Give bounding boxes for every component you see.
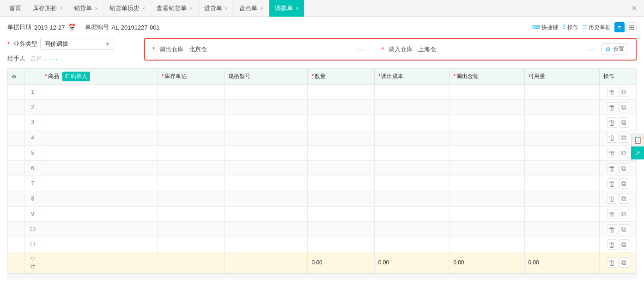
delete-subtotal[interactable]: 🗑 xyxy=(607,257,617,268)
row-qty-9[interactable] xyxy=(308,207,374,222)
row-cost-1[interactable] xyxy=(374,85,449,100)
row-unit-9[interactable] xyxy=(158,207,224,222)
row-cost-11[interactable] xyxy=(374,237,449,252)
row-cost-3[interactable] xyxy=(374,115,449,130)
row-amount-1[interactable] xyxy=(450,85,524,100)
shortcut-button[interactable]: ⌨ 快捷键 xyxy=(532,24,558,31)
business-type-select[interactable]: 同价调拨 ▼ xyxy=(40,38,114,50)
row-cost-8[interactable] xyxy=(374,191,449,207)
tab-sales-history[interactable]: 销货单历史 × xyxy=(104,0,151,17)
tab-inventory-init[interactable]: 库存期初 × xyxy=(27,0,68,17)
row-product-8[interactable] xyxy=(41,191,158,207)
tab-close-purchase[interactable]: × xyxy=(225,6,228,11)
copy-row-5[interactable]: ⧉ xyxy=(619,148,629,158)
row-qty-11[interactable] xyxy=(308,237,374,252)
copy-row-6[interactable]: ⧉ xyxy=(619,163,629,173)
delete-row-5[interactable]: 🗑 xyxy=(607,148,617,158)
row-amount-11[interactable] xyxy=(450,237,524,252)
row-spec-3[interactable] xyxy=(224,115,307,130)
tab-stocktake[interactable]: 盘点单 × xyxy=(234,0,269,17)
copy-row-2[interactable]: ⧉ xyxy=(619,102,629,112)
tab-close-transfer[interactable]: × xyxy=(296,6,298,11)
operation-button[interactable]: ⠿ 操作 xyxy=(562,24,578,31)
tab-close-stocktake[interactable]: × xyxy=(260,6,263,11)
copy-row-9[interactable]: ⧉ xyxy=(619,209,629,219)
tab-homepage[interactable]: 首页 xyxy=(4,0,27,17)
tab-purchase[interactable]: 进货单 × xyxy=(199,0,234,17)
horizontal-scrollbar[interactable] xyxy=(7,273,637,279)
delete-row-4[interactable]: 🗑 xyxy=(607,133,617,143)
row-amount-5[interactable] xyxy=(450,146,524,161)
row-amount-10[interactable] xyxy=(450,222,524,237)
row-product-10[interactable] xyxy=(41,222,158,237)
row-product-2[interactable] xyxy=(41,100,158,115)
handler-more-button[interactable]: ··· xyxy=(50,55,59,63)
row-unit-7[interactable] xyxy=(158,176,224,191)
row-spec-8[interactable] xyxy=(224,191,307,207)
delete-row-6[interactable]: 🗑 xyxy=(607,163,617,173)
settings-button[interactable]: ⚙ 设置 xyxy=(601,43,628,55)
row-unit-11[interactable] xyxy=(158,237,224,252)
row-product-1[interactable] xyxy=(41,85,158,100)
delete-row-11[interactable]: 🗑 xyxy=(607,239,617,250)
delete-row-1[interactable]: 🗑 xyxy=(607,87,617,97)
row-product-11[interactable] xyxy=(41,237,158,252)
row-unit-1[interactable] xyxy=(158,85,224,100)
row-amount-4[interactable] xyxy=(450,130,524,146)
row-spec-6[interactable] xyxy=(224,161,307,176)
tab-close-sales-history[interactable]: × xyxy=(142,6,145,11)
delete-row-2[interactable]: 🗑 xyxy=(607,102,617,112)
row-qty-6[interactable] xyxy=(308,161,374,176)
row-unit-3[interactable] xyxy=(158,115,224,130)
row-unit-8[interactable] xyxy=(158,191,224,207)
delete-row-9[interactable]: 🗑 xyxy=(607,209,617,219)
row-cost-5[interactable] xyxy=(374,146,449,161)
in-warehouse-more-button[interactable]: ··· xyxy=(587,45,595,53)
tab-transfer[interactable]: 调拨单 × xyxy=(269,0,304,17)
delete-row-7[interactable]: 🗑 xyxy=(607,178,617,189)
row-spec-11[interactable] xyxy=(224,237,307,252)
tab-close-inventory-init[interactable]: × xyxy=(60,6,62,11)
row-unit-2[interactable] xyxy=(158,100,224,115)
row-unit-6[interactable] xyxy=(158,161,224,176)
row-cost-10[interactable] xyxy=(374,222,449,237)
tab-close-view-sales[interactable]: × xyxy=(189,6,192,11)
row-spec-5[interactable] xyxy=(224,146,307,161)
calendar-icon[interactable]: 📅 xyxy=(68,24,76,31)
row-unit-10[interactable] xyxy=(158,222,224,237)
handler-select[interactable]: 选择... xyxy=(30,55,47,63)
row-amount-8[interactable] xyxy=(450,191,524,207)
row-qty-2[interactable] xyxy=(308,100,374,115)
row-product-5[interactable] xyxy=(41,146,158,161)
delete-row-8[interactable]: 🗑 xyxy=(607,194,617,204)
window-close-button[interactable]: × xyxy=(632,4,637,13)
row-product-3[interactable] xyxy=(41,115,158,130)
grid-view-button[interactable]: ⊞ xyxy=(626,22,637,32)
copy-row-4[interactable]: ⧉ xyxy=(619,133,629,143)
list-view-button[interactable]: ≡ xyxy=(614,22,625,32)
row-qty-8[interactable] xyxy=(308,191,374,207)
tab-close-sales-order[interactable]: × xyxy=(95,6,97,11)
row-spec-1[interactable] xyxy=(224,85,307,100)
row-product-4[interactable] xyxy=(41,130,158,146)
th-gear[interactable]: ⚙ xyxy=(8,69,24,85)
note-float-button[interactable]: 📋 xyxy=(631,134,644,146)
row-cost-6[interactable] xyxy=(374,161,449,176)
row-amount-6[interactable] xyxy=(450,161,524,176)
row-cost-2[interactable] xyxy=(374,100,449,115)
row-amount-3[interactable] xyxy=(450,115,524,130)
row-product-7[interactable] xyxy=(41,176,158,191)
tab-view-sales[interactable]: 查看销货单 × xyxy=(151,0,198,17)
copy-row-1[interactable]: ⧉ xyxy=(619,87,629,97)
row-cost-4[interactable] xyxy=(374,130,449,146)
copy-row-10[interactable]: ⧉ xyxy=(619,224,629,234)
row-product-6[interactable] xyxy=(41,161,158,176)
row-qty-5[interactable] xyxy=(308,146,374,161)
expand-float-button[interactable]: ↗ xyxy=(631,146,644,159)
row-spec-9[interactable] xyxy=(224,207,307,222)
copy-subtotal[interactable]: ⧉ xyxy=(619,257,629,268)
tab-sales-order[interactable]: 销货单 × xyxy=(68,0,103,17)
row-qty-10[interactable] xyxy=(308,222,374,237)
copy-row-11[interactable]: ⧉ xyxy=(619,239,629,250)
row-qty-1[interactable] xyxy=(308,85,374,100)
